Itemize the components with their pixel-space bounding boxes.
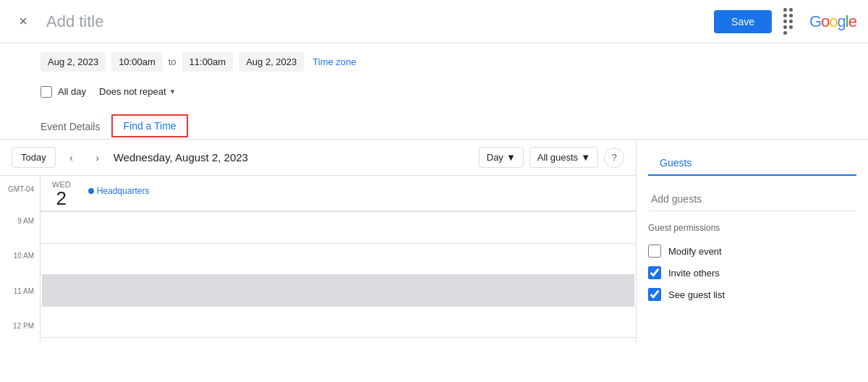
- time-11am: 11 AM: [14, 286, 34, 294]
- google-apps-icon[interactable]: [783, 8, 798, 35]
- tabs-row: Event Details Find a Time: [0, 109, 868, 140]
- google-logo: Google: [809, 12, 856, 31]
- time-12pm: 12 PM: [13, 322, 34, 330]
- main-content: Today ‹ › Wednesday, August 2, 2023 Day …: [0, 140, 868, 342]
- repeat-label: Does not repeat: [99, 86, 166, 97]
- allday-checkbox-label[interactable]: All day: [41, 86, 86, 98]
- hq-event[interactable]: Headquarters: [82, 184, 156, 198]
- hour-line-12pm: [41, 337, 636, 338]
- permission-see-guest-list: See guest list: [648, 284, 856, 305]
- help-icon[interactable]: ?: [604, 148, 624, 168]
- start-time-chip[interactable]: 10:00am: [111, 52, 163, 72]
- hour-line-9am: [41, 243, 636, 244]
- save-button[interactable]: Save: [714, 10, 772, 33]
- day-header: WED 2 Headquarters: [41, 176, 636, 211]
- allday-row: All day Does not repeat ▼: [0, 80, 868, 103]
- end-date-chip[interactable]: Aug 2, 2023: [239, 52, 304, 72]
- guest-select[interactable]: All guests ▼: [529, 147, 598, 168]
- see-guest-list-checkbox[interactable]: [648, 288, 661, 301]
- header-right: Save Google: [714, 8, 856, 35]
- day-num: 2: [56, 189, 67, 208]
- modify-event-checkbox[interactable]: [648, 245, 661, 258]
- calendar-area: Today ‹ › Wednesday, August 2, 2023 Day …: [0, 140, 637, 342]
- time-9am: 9 AM: [17, 217, 34, 225]
- guest-label: All guests: [537, 152, 578, 163]
- time-10am: 10 AM: [14, 252, 34, 260]
- guest-permissions-label: Guest permissions: [648, 223, 856, 233]
- sidebar: Guests Guest permissions Modify event In…: [637, 140, 868, 342]
- time-separator: to: [169, 56, 176, 67]
- invite-others-checkbox[interactable]: [648, 266, 661, 279]
- timezone-link[interactable]: Time zone: [312, 56, 356, 67]
- allday-checkbox[interactable]: [41, 86, 52, 98]
- add-guests-input[interactable]: [648, 187, 856, 211]
- hq-dot: [88, 188, 94, 194]
- tab-find-a-time[interactable]: Find a Time: [111, 114, 187, 137]
- time-gutter: GMT-04 9 AM 10 AM 11 AM 12 PM: [0, 176, 41, 342]
- chevron-down-icon: ▼: [169, 88, 176, 96]
- datetime-row: Aug 2, 2023 10:00am to 11:00am Aug 2, 20…: [0, 43, 868, 80]
- hq-event-label: Headquarters: [97, 186, 150, 196]
- hour-line-11am: [41, 306, 636, 307]
- guest-chevron-icon: ▼: [581, 152, 590, 163]
- time-gmt04: GMT-04: [8, 185, 34, 193]
- event-block[interactable]: [42, 274, 634, 306]
- prev-arrow[interactable]: ‹: [61, 148, 82, 168]
- next-arrow[interactable]: ›: [88, 148, 108, 168]
- start-date-chip[interactable]: Aug 2, 2023: [41, 52, 106, 72]
- cal-toolbar: Today ‹ › Wednesday, August 2, 2023 Day …: [0, 140, 636, 176]
- view-chevron-icon: ▼: [506, 152, 516, 163]
- view-label: Day: [487, 152, 503, 163]
- header: × Save Google: [0, 0, 868, 43]
- repeat-select[interactable]: Does not repeat ▼: [95, 83, 180, 100]
- sidebar-tabs: Guests: [648, 151, 856, 176]
- modify-event-label: Modify event: [668, 246, 722, 257]
- invite-others-label: Invite others: [668, 268, 720, 279]
- end-time-chip[interactable]: 11:00am: [182, 52, 234, 72]
- sidebar-tab-guests[interactable]: Guests: [648, 151, 703, 176]
- tab-event-details[interactable]: Event Details: [29, 115, 111, 138]
- see-guest-list-label: See guest list: [668, 289, 725, 300]
- cal-date-label: Wednesday, August 2, 2023: [114, 151, 473, 164]
- close-button[interactable]: ×: [12, 10, 35, 33]
- permission-invite-others: Invite others: [648, 262, 856, 284]
- today-button[interactable]: Today: [12, 147, 56, 168]
- view-select[interactable]: Day ▼: [479, 147, 524, 168]
- title-input[interactable]: [46, 12, 714, 31]
- allday-label: All day: [58, 86, 86, 97]
- cal-body: GMT-04 9 AM 10 AM 11 AM 12 PM WED 2 Head…: [0, 176, 636, 342]
- hour-line-8am: [41, 211, 636, 212]
- permission-modify-event: Modify event: [648, 240, 856, 262]
- cal-column: WED 2 Headquarters: [41, 176, 636, 342]
